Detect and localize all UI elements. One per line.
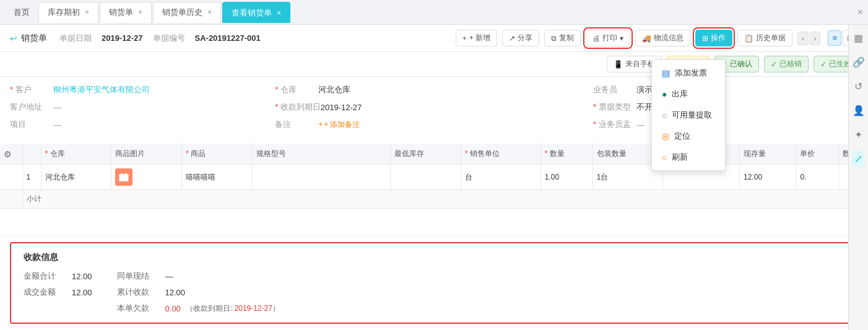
project-field: 项目 — — [10, 119, 275, 130]
cell-product-img — [111, 165, 182, 190]
transaction-amount-value: 12.00 — [72, 288, 92, 297]
col-settings[interactable]: ⚙ — [0, 144, 22, 165]
cell-unit: 台 — [461, 165, 541, 190]
note-field: 备注 + + 添加备注 — [275, 119, 593, 130]
available-qty-icon: ○ — [662, 110, 667, 120]
sidebar-icon-2[interactable]: 🔗 — [850, 54, 867, 71]
tab-home[interactable]: 首页 — [5, 2, 38, 23]
subtotal-row: 小计 — [0, 190, 868, 209]
form-row-3: 项目 — 备注 + + 添加备注 业务员盂 — — [10, 119, 858, 130]
history-icon: 📋 — [744, 34, 753, 43]
copy-button[interactable]: ⧉ 复制 — [544, 30, 581, 46]
tab-view-sales-close[interactable]: × — [277, 9, 281, 17]
dropdown-available-qty[interactable]: ○ 可用量提取 — [652, 105, 725, 126]
subtotal-label: 小计 — [22, 190, 868, 209]
tab-sales-order-close[interactable]: × — [138, 8, 142, 17]
tab-sales-history-close[interactable]: × — [207, 8, 212, 17]
payment-date-label: 收款到期日 — [275, 102, 321, 113]
operation-icon: ⊞ — [702, 34, 708, 43]
subtotal-settings — [0, 190, 22, 209]
cell-quantity: 1.00 — [540, 165, 592, 190]
cell-min-stock — [391, 165, 461, 190]
owed-note: （收款到期日: 2019-12-27） — [186, 303, 280, 314]
payment-total-row: 金额合计 12.00 — [24, 271, 92, 282]
tab-sales-order[interactable]: 销货单 × — [100, 2, 152, 23]
list-view-icon[interactable]: ≡ — [828, 30, 841, 46]
table-wrapper[interactable]: ⚙ * 仓库 商品图片 * 商品 规格型号 最低库存 * 销售单位 * 数量 包… — [0, 144, 868, 235]
customer-value[interactable]: 柳州粤港平安气体有限公司 — [53, 84, 150, 95]
add-note-button[interactable]: + + 添加备注 — [318, 119, 360, 130]
dropdown-locate[interactable]: ◎ 定位 — [652, 126, 725, 147]
number-value: SA-20191227-001 — [195, 33, 261, 43]
tab-sales-history-label: 销货单历史 — [162, 7, 202, 18]
form-row-1: 客户 柳州粤港平安气体有限公司 仓库 河北仓库 业务员 演示账号 — [10, 84, 858, 95]
history-button[interactable]: 📋 历史单据 — [737, 30, 792, 46]
print-icon: 🖨 — [592, 34, 600, 43]
dropdown-outbound[interactable]: ● 出库 — [652, 84, 725, 105]
settlement-label: 同单现结 — [117, 271, 160, 282]
doc-type-label: 销货单 — [21, 33, 47, 44]
logistics-button[interactable]: 🚚 物流信息 — [635, 30, 690, 46]
col-rownum — [22, 144, 41, 165]
prev-button[interactable]: ‹ — [797, 32, 809, 45]
locate-label: 定位 — [674, 131, 690, 142]
operation-button[interactable]: ⊞ 操作 — [695, 30, 732, 46]
action-bar: 📱 来自手机 ○ 未开票 ✓ 已确认 ✓ 已核销 ✓ 已生效 — [0, 52, 868, 77]
tab-view-sales[interactable]: 查看销货单 × — [222, 2, 290, 23]
new-icon: + — [462, 34, 467, 43]
payment-date-field: 收款到期日 2019-12-27 — [275, 102, 593, 113]
checked-status[interactable]: ✓ 已核销 — [764, 56, 809, 72]
cumulative-value: 12.00 — [165, 288, 186, 297]
print-label: 打印 — [602, 33, 617, 43]
share-button[interactable]: ↗ 分享 — [502, 30, 539, 46]
table-header-row: ⚙ * 仓库 商品图片 * 商品 规格型号 最低库存 * 销售单位 * 数量 包… — [0, 144, 868, 165]
sidebar-icon-1[interactable]: ▦ — [851, 30, 866, 46]
dropdown-menu: ▤ 添加发票 ● 出库 ○ 可用量提取 ◎ 定位 ○ 刷新 — [651, 59, 726, 171]
phone-icon: 📱 — [614, 60, 623, 69]
data-table: ⚙ * 仓库 商品图片 * 商品 规格型号 最低库存 * 销售单位 * 数量 包… — [0, 144, 868, 209]
dropdown-refresh[interactable]: ○ 刷新 — [652, 147, 725, 168]
operation-label: 操作 — [711, 33, 726, 43]
outbound-label: 出库 — [672, 89, 688, 100]
transaction-amount-label: 成交金额 — [24, 287, 67, 298]
cell-current-stock: 12.00 — [740, 165, 796, 190]
date-label: 单据日期 — [59, 33, 92, 44]
sidebar-icon-expand[interactable]: ⤢ — [852, 150, 865, 167]
cell-settings — [0, 165, 22, 190]
total-amount-label: 金额合计 — [24, 271, 67, 282]
doc-header: ↩ 销货单 单据日期 2019-12-27 单据编号 SA-20191227-0… — [0, 25, 868, 52]
sidebar-icon-3[interactable]: ↺ — [852, 78, 865, 95]
form-section: 客户 柳州粤港平安气体有限公司 仓库 河北仓库 业务员 演示账号 客户地址 — — [0, 77, 868, 144]
cell-model — [252, 165, 391, 190]
payment-owed-row: 本单欠款 0.00 （收款到期日: 2019-12-27） — [117, 303, 280, 314]
tab-inventory-init[interactable]: 库存期初 × — [38, 2, 98, 23]
outbound-icon: ● — [662, 89, 667, 99]
new-button[interactable]: + + 新增 — [456, 30, 497, 46]
owed-date: 2019-12-27 — [235, 304, 272, 313]
payment-transaction-row: 成交金额 12.00 — [24, 287, 92, 298]
settings-icon[interactable]: ⚙ — [4, 149, 12, 159]
dropdown-add-invoice[interactable]: ▤ 添加发票 — [652, 63, 725, 84]
print-button[interactable]: 🖨 打印 ▾ — [586, 30, 630, 46]
tab-inventory-init-close[interactable]: × — [85, 8, 89, 17]
toolbar: + + 新增 ↗ 分享 ⧉ 复制 🖨 打印 ▾ 🚚 — [456, 30, 858, 46]
cumulative-label: 累计收款 — [117, 287, 160, 298]
address-label: 客户地址 — [10, 102, 53, 113]
tab-view-sales-label: 查看销货单 — [232, 7, 272, 19]
bottom-section: 收款信息 金额合计 12.00 成交金额 12.00 — [0, 235, 868, 330]
checked-label: 已核销 — [779, 59, 802, 69]
payment-cumulative-row: 累计收款 12.00 — [117, 287, 280, 298]
cell-rownum: 1 — [22, 165, 41, 190]
sidebar-icon-5[interactable]: ✦ — [852, 126, 865, 143]
cell-warehouse: 河北仓库 — [41, 165, 111, 190]
settlement-value: — — [165, 272, 173, 281]
address-field: 客户地址 — — [10, 102, 275, 113]
sidebar-icon-4[interactable]: 👤 — [850, 102, 867, 119]
add-invoice-label: 添加发票 — [675, 67, 707, 79]
checked-icon: ✓ — [771, 60, 777, 69]
doc-type-icon: ↩ — [10, 33, 17, 43]
tab-bar-close[interactable]: × — [857, 7, 863, 18]
next-button[interactable]: › — [810, 32, 821, 45]
tab-sales-history[interactable]: 销货单历史 × — [153, 2, 221, 23]
add-note-icon: + — [318, 120, 323, 129]
